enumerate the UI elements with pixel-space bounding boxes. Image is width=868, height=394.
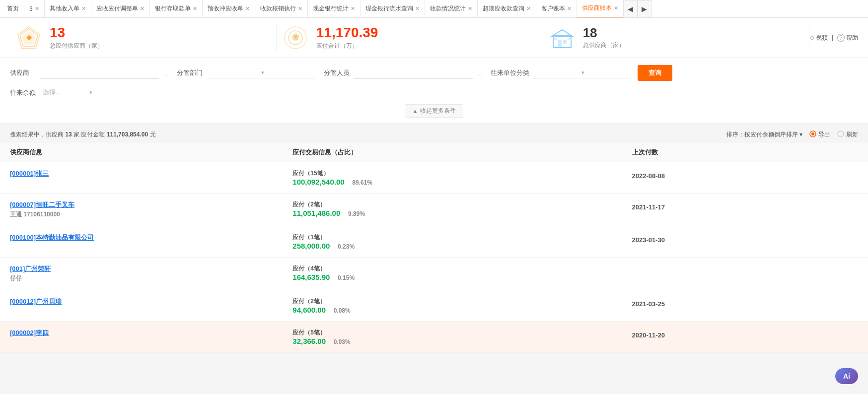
help-link[interactable]: ? 帮助 [837, 34, 858, 42]
nav-tab-home[interactable]: 首页 [2, 0, 24, 18]
trans-amount-link[interactable]: 11,051,486.00 [292, 209, 340, 217]
stat-card-payable-total: ❀ 11,170.39 应付合计（万） [277, 24, 543, 52]
stat-number-payable-suppliers: 13 [50, 25, 103, 41]
stats-bar: ◆ 13 总应付供应商（家） ❀ 11,170.39 应付合计（万） [0, 18, 868, 58]
balance-placeholder: 选择... [43, 88, 89, 97]
export-button[interactable]: 导出 [809, 131, 830, 139]
nav-prev-arrow[interactable]: ◀ [624, 0, 638, 18]
supplier-label: 供应商 [10, 68, 36, 77]
svg-point-15 [811, 132, 814, 135]
video-link[interactable]: ⊙ 视频 [810, 34, 828, 42]
col-header-supplier: 供应商信息 [10, 148, 292, 157]
svg-rect-13 [568, 38, 570, 40]
supplier-table: 供应商信息 应付交易信息（占比） 上次付数 [000001]张三 应付（15笔）… [0, 143, 868, 353]
stat-number-total-suppliers: 18 [583, 26, 625, 40]
stat-label-total-suppliers: 总供应商（家） [583, 41, 625, 50]
dept-label: 分管部门 [177, 68, 203, 77]
nav-tab-home-label: 首页 [7, 4, 19, 13]
refresh-button[interactable]: 刷新 [837, 131, 858, 139]
table-row: [001]广州荣轩 仔仔 应付（4笔） 164,635.90 0.15% [0, 258, 868, 290]
svg-point-16 [838, 131, 844, 137]
close-icon[interactable]: ✕ [193, 5, 197, 12]
stat-number-payable-total: 11,170.39 [316, 25, 378, 41]
stat-info-total-suppliers: 18 总供应商（家） [583, 26, 625, 50]
transaction-info-cell: 应付（2笔） 94,600.00 0.08% [292, 297, 632, 314]
nav-tab-supplier-label: 供应商账本 [582, 4, 612, 12]
export-radio-icon [809, 131, 816, 139]
trans-label: 应付（4笔） [292, 264, 632, 273]
nav-tab-receipt-stat-label: 收款情况统计 [430, 4, 466, 13]
balance-select[interactable]: 选择... ▾ [40, 86, 139, 99]
shop-icon [548, 24, 576, 52]
nav-tab-other-income[interactable]: 其他收入单 ✕ [45, 0, 91, 18]
close-icon[interactable]: ✕ [468, 5, 472, 12]
filter-row-1: 供应商 ... 分管部门 ▾ 分管人员 ... 往来单位分类 ▾ 查询 [10, 65, 858, 81]
last-pay-cell: 2020-11-20 [632, 328, 858, 339]
supplier-sub-info: 仔仔 [10, 274, 292, 283]
close-icon[interactable]: ✕ [526, 5, 531, 12]
nav-tab-supplier-book[interactable]: 供应商账本 ✕ [577, 0, 624, 18]
trans-label: 应付（2笔） [292, 200, 632, 209]
person-ellipsis[interactable]: ... [477, 69, 483, 77]
close-icon[interactable]: ✕ [298, 5, 302, 12]
result-actions: 排序：按应付余额倒序排序 ▾ 导出 刷新 [726, 131, 858, 139]
nav-tab-ar-ap-adjust[interactable]: 应收应付调整单 ✕ [91, 0, 150, 18]
supplier-name-link[interactable]: [001]广州荣轩 [10, 264, 292, 273]
nav-tab-bank-deposit[interactable]: 银行存取款单 ✕ [150, 0, 203, 18]
supplier-info-cell: [000007]恒旺二手叉车 王通 17106110000 [10, 200, 292, 219]
dept-arrow-icon: ▾ [261, 69, 313, 76]
close-icon[interactable]: ✕ [35, 5, 39, 12]
close-icon[interactable]: ✕ [81, 5, 86, 12]
nav-tab-overdue[interactable]: 超期应收款查询 ✕ [478, 0, 536, 18]
supplier-input[interactable] [40, 67, 159, 79]
nav-tab-prepay[interactable]: 预收冲应收单 ✕ [203, 0, 255, 18]
supplier-name-link[interactable]: [000007]恒旺二手叉车 [10, 200, 292, 209]
stat-label-payable-total: 应付合计（万） [316, 42, 378, 50]
query-button[interactable]: 查询 [638, 65, 672, 81]
result-mid: 家 应付金额 [73, 131, 105, 138]
nav-tab-cash-query[interactable]: 现金银行流水查询 ✕ [361, 0, 425, 18]
supplier-ellipsis[interactable]: ... [163, 69, 169, 77]
trans-amount-link[interactable]: 94,600.00 [292, 306, 326, 314]
svg-text:❀: ❀ [291, 32, 299, 42]
nav-tab-receipt-exec[interactable]: 收款核销执行 ✕ [255, 0, 308, 18]
table-row: [000012]广州贝瑞 应付（2笔） 94,600.00 0.08% 2021… [0, 290, 868, 322]
trans-amount-link[interactable]: 100,092,540.00 [292, 178, 344, 186]
nav-tab-cash-stat-label: 现金银行统计 [313, 4, 349, 13]
supplier-name-link[interactable]: [000001]张三 [10, 169, 292, 178]
trans-amount-link[interactable]: 32,366.00 [292, 337, 326, 345]
stat-label-payable-suppliers: 总应付供应商（家） [50, 42, 103, 50]
trans-amount-link[interactable]: 258,000.00 [292, 242, 330, 250]
svg-rect-11 [563, 40, 567, 44]
result-suffix: 元 [150, 131, 156, 138]
refresh-radio-icon [837, 131, 844, 139]
nav-tab-receipt-exec-label: 收款核销执行 [260, 4, 296, 13]
dept-select[interactable]: ▾ [207, 67, 316, 78]
trans-percent: 0.23% [338, 243, 355, 250]
supplier-name-link[interactable]: [000100]本特勤油品有限公司 [10, 233, 292, 242]
nav-next-arrow[interactable]: ▶ [638, 0, 651, 18]
collapse-button[interactable]: ▲ 收起更多条件 [405, 104, 463, 118]
transaction-info-cell: 应付（5笔） 32,366.00 0.03% [292, 328, 632, 345]
nav-tab-receipt-stat[interactable]: 收款情况统计 ✕ [425, 0, 478, 18]
export-label: 导出 [818, 131, 830, 139]
supplier-name-link[interactable]: [000002]李四 [10, 328, 292, 337]
stat-info-payable-suppliers: 13 总应付供应商（家） [50, 25, 103, 50]
close-icon[interactable]: ✕ [614, 5, 618, 11]
nav-tab-customer-book[interactable]: 客户账本 ✕ [536, 0, 577, 18]
nav-tab-3[interactable]: 3 ✕ [24, 0, 45, 18]
close-icon[interactable]: ✕ [415, 5, 420, 12]
nav-tab-cash-stat[interactable]: 现金银行统计 ✕ [308, 0, 361, 18]
trans-amount-link[interactable]: 164,635.90 [292, 273, 330, 281]
close-icon[interactable]: ✕ [351, 5, 355, 12]
close-icon[interactable]: ✕ [567, 5, 572, 12]
collapse-label: 收起更多条件 [420, 107, 456, 115]
close-icon[interactable]: ✕ [245, 5, 250, 12]
sort-arrow-icon[interactable]: ▾ [799, 131, 802, 138]
person-input[interactable] [354, 67, 473, 79]
close-icon[interactable]: ✕ [140, 5, 145, 12]
nav-tab-ar-ap-label: 应收应付调整单 [96, 4, 138, 13]
balance-arrow-icon: ▾ [89, 89, 136, 96]
category-select[interactable]: ▾ [533, 67, 630, 78]
supplier-name-link[interactable]: [000012]广州贝瑞 [10, 297, 292, 306]
